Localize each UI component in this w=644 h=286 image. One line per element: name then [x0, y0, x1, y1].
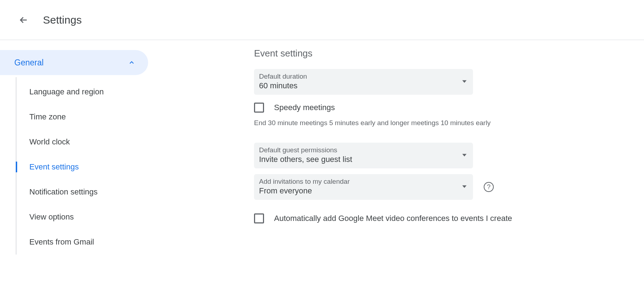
sidebar-item-notification-settings[interactable]: Notification settings — [16, 179, 172, 204]
dropdown-triangle-icon — [462, 184, 467, 189]
add-invitations-select[interactable]: Add invitations to my calendar From ever… — [254, 174, 473, 200]
auto-meet-label: Automatically add Google Meet video conf… — [274, 214, 512, 223]
speedy-meetings-help: End 30 minute meetings 5 minutes early a… — [254, 119, 630, 127]
select-value: 60 minutes — [259, 81, 307, 90]
sidebar-item-label: Language and region — [29, 87, 104, 97]
auto-meet-checkbox[interactable] — [254, 213, 264, 223]
speedy-meetings-row: Speedy meetings — [254, 103, 630, 113]
default-duration-select[interactable]: Default duration 60 minutes — [254, 69, 473, 95]
back-button[interactable] — [17, 14, 30, 26]
sidebar-section-label: General — [14, 58, 44, 68]
sidebar-item-label: Notification settings — [29, 187, 98, 197]
arrow-back-icon — [18, 15, 29, 25]
guest-permissions-select[interactable]: Default guest permissions Invite others,… — [254, 143, 473, 168]
sidebar: General Language and region Time zone Wo… — [0, 40, 172, 255]
sidebar-item-language-region[interactable]: Language and region — [16, 79, 172, 104]
select-value: Invite others, see guest list — [259, 155, 352, 164]
sidebar-nav-list: Language and region Time zone World cloc… — [16, 77, 172, 255]
page-title: Settings — [43, 14, 82, 26]
auto-meet-row: Automatically add Google Meet video conf… — [254, 213, 630, 223]
content: Event settings Default duration 60 minut… — [172, 40, 644, 255]
dropdown-triangle-icon — [462, 79, 467, 84]
section-title: Event settings — [254, 48, 630, 59]
header: Settings — [0, 0, 644, 40]
sidebar-item-time-zone[interactable]: Time zone — [16, 104, 172, 129]
sidebar-item-event-settings[interactable]: Event settings — [16, 154, 172, 179]
sidebar-item-view-options[interactable]: View options — [16, 204, 172, 230]
chevron-up-icon — [128, 59, 135, 66]
select-label: Default guest permissions — [259, 146, 352, 154]
add-invitations-row: Add invitations to my calendar From ever… — [254, 174, 630, 206]
select-label: Default duration — [259, 73, 307, 80]
help-icon[interactable]: ? — [484, 182, 494, 192]
select-value: From everyone — [259, 186, 350, 196]
select-label: Add invitations to my calendar — [259, 178, 350, 186]
sidebar-item-label: Events from Gmail — [29, 237, 94, 247]
sidebar-item-label: World clock — [29, 137, 70, 147]
sidebar-item-label: View options — [29, 212, 74, 222]
sidebar-item-world-clock[interactable]: World clock — [16, 129, 172, 154]
dropdown-triangle-icon — [462, 153, 467, 157]
sidebar-section-general[interactable]: General — [0, 50, 148, 75]
speedy-meetings-checkbox[interactable] — [254, 103, 264, 113]
sidebar-item-events-from-gmail[interactable]: Events from Gmail — [16, 230, 172, 255]
speedy-meetings-label: Speedy meetings — [274, 103, 335, 112]
sidebar-item-label: Time zone — [29, 112, 66, 122]
sidebar-item-label: Event settings — [29, 162, 79, 172]
